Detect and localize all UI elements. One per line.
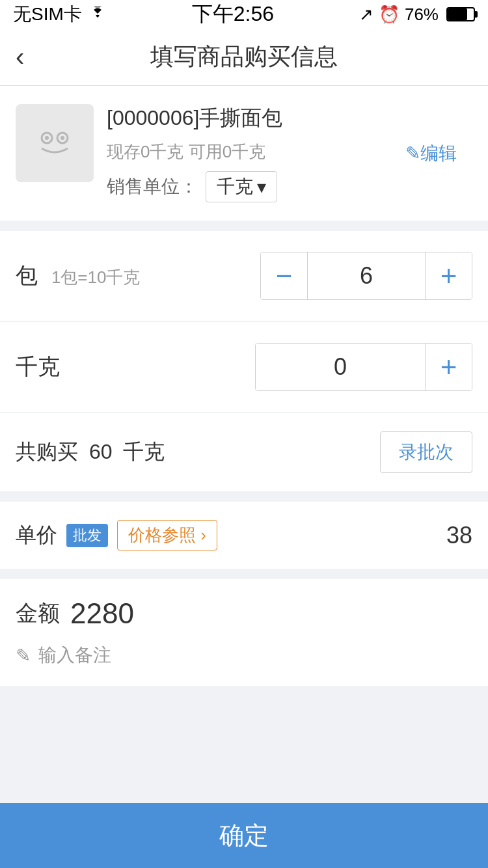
- quantity-kg-label: 千克: [16, 352, 60, 382]
- amount-row: 金额 2280: [16, 597, 472, 630]
- quantity-bao-label: 包: [16, 263, 38, 288]
- amount-value: 2280: [70, 597, 134, 630]
- price-ref-button[interactable]: 价格参照 ›: [117, 520, 217, 550]
- remark-label: 输入备注: [38, 643, 111, 668]
- svg-point-2: [45, 136, 49, 140]
- chevron-down-icon: ▾: [257, 176, 266, 198]
- amount-label: 金额: [16, 599, 60, 629]
- unit-label: 销售单位：: [107, 174, 198, 199]
- product-info: [0000006]手撕面包 现存0千克 可用0千克 销售单位： 千克 ▾ ✎编辑: [107, 104, 472, 202]
- product-image: [16, 104, 94, 182]
- price-section: 单价 批发 价格参照 › 38: [0, 502, 488, 569]
- carrier-label: 无SIM卡: [13, 2, 82, 27]
- quantity-bao-row: 包 1包=10千克 − +: [16, 252, 472, 300]
- time-label: 下午2:56: [192, 0, 274, 29]
- bao-minus-button[interactable]: −: [261, 252, 308, 299]
- battery-percent: 76%: [405, 5, 439, 25]
- total-unit: 千克: [123, 440, 165, 463]
- unit-select[interactable]: 千克 ▾: [206, 171, 277, 202]
- status-bar: 无SIM卡 下午2:56 ↗ ⏰ 76%: [0, 0, 488, 29]
- total-text: 共购买 60 千克: [16, 438, 165, 467]
- price-label: 单价: [16, 521, 57, 550]
- pencil-icon: ✎: [16, 645, 31, 666]
- bao-plus-button[interactable]: +: [425, 252, 472, 299]
- wholesale-badge: 批发: [66, 524, 108, 547]
- quantity-kg-control: +: [255, 343, 472, 391]
- quantity-kg-section: 千克 +: [0, 322, 488, 412]
- back-button[interactable]: ‹: [16, 42, 24, 72]
- status-right: ↗ ⏰ 76%: [359, 5, 475, 25]
- amount-section: 金额 2280 ✎ 输入备注: [0, 579, 488, 686]
- total-label: 共购买: [16, 440, 78, 463]
- bao-value-input[interactable]: [308, 252, 425, 299]
- kg-value-input[interactable]: [256, 344, 425, 390]
- remark-row[interactable]: ✎ 输入备注: [16, 643, 472, 668]
- battery-icon: [446, 7, 475, 21]
- svg-point-3: [61, 136, 64, 140]
- quantity-bao-label-group: 包 1包=10千克: [16, 261, 140, 291]
- quantity-kg-row: 千克 +: [16, 343, 472, 391]
- batch-button[interactable]: 录批次: [380, 431, 472, 473]
- quantity-bao-hint: 1包=10千克: [51, 267, 141, 287]
- page-title: 填写商品购买信息: [150, 41, 338, 73]
- price-label-row: 单价 批发 价格参照 ›: [16, 520, 217, 550]
- edit-button[interactable]: ✎编辑: [405, 141, 457, 166]
- quantity-bao-section: 包 1包=10千克 − +: [0, 231, 488, 321]
- total-section: 共购买 60 千克 录批次: [0, 413, 488, 491]
- quantity-bao-control: − +: [260, 252, 472, 300]
- location-icon: ↗: [359, 5, 373, 25]
- alarm-icon: ⏰: [379, 5, 400, 25]
- total-value: 60: [89, 440, 113, 463]
- price-value: 38: [446, 522, 472, 549]
- wifi-icon: [88, 4, 107, 25]
- kg-plus-button[interactable]: +: [425, 344, 472, 390]
- confirm-button[interactable]: 确定: [0, 803, 488, 868]
- product-unit-row: 销售单位： 千克 ▾: [107, 171, 472, 202]
- nav-bar: ‹ 填写商品购买信息: [0, 29, 488, 86]
- unit-value: 千克: [217, 174, 253, 199]
- status-left: 无SIM卡: [13, 2, 107, 27]
- product-card: [0000006]手撕面包 现存0千克 可用0千克 销售单位： 千克 ▾ ✎编辑: [0, 86, 488, 221]
- product-name: [0000006]手撕面包: [107, 104, 472, 133]
